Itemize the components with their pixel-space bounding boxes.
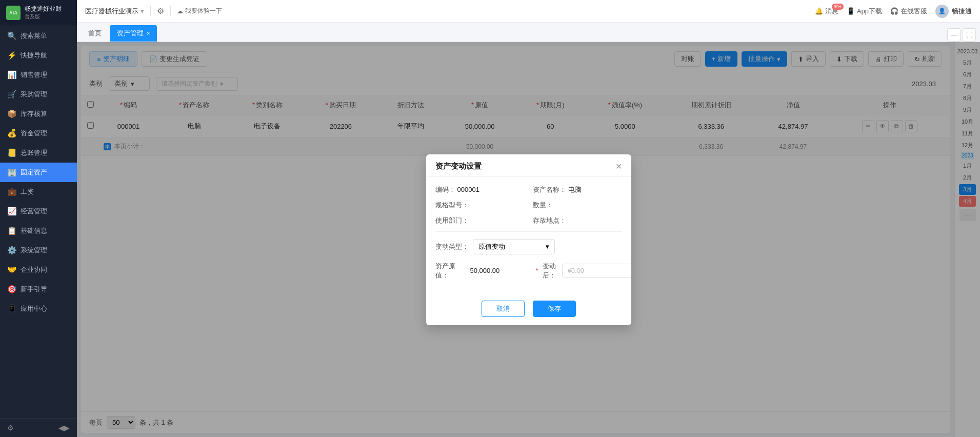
sidebar-item-label: 采购管理 <box>21 90 47 99</box>
original-value-display: 50,000.00 <box>470 267 532 274</box>
collapse-icon[interactable]: ◀▶ <box>58 424 70 432</box>
sidebar-item-label: 企业协同 <box>21 265 47 274</box>
cart-icon: 🛒 <box>7 90 16 99</box>
sidebar-item-label: 系统管理 <box>21 246 47 255</box>
sidebar-item-label: 新手引导 <box>21 285 47 294</box>
divider <box>150 6 151 16</box>
sidebar-item-label: 快捷导航 <box>21 51 47 60</box>
topbar-right: 🔔 消息 99+ 📱 App下载 🎧 在线客服 👤 畅捷通 <box>815 5 972 18</box>
sidebar-item-finance[interactable]: 💰 资金管理 <box>0 124 77 143</box>
sidebar-item-collab[interactable]: 🤝 企业协同 <box>0 260 77 280</box>
sidebar-item-system[interactable]: ⚙️ 系统管理 <box>0 241 77 260</box>
sidebar-item-label: 基础信息 <box>21 226 47 235</box>
dialog-spec-field: 规格型号： <box>435 201 525 210</box>
sidebar-item-fixed-assets[interactable]: 🏢 固定资产 <box>0 163 77 182</box>
settings-btn[interactable]: ⚙ <box>157 6 164 16</box>
dialog-code-value: 000001 <box>457 186 479 193</box>
settings-icon[interactable]: ⚙ <box>7 424 14 432</box>
sidebar-item-label: 库存核算 <box>21 109 47 118</box>
tab-asset-mgmt[interactable]: 资产管理 × <box>110 25 157 42</box>
sidebar-item-label: 搜索菜单 <box>21 31 47 41</box>
logo-icon: AtA <box>6 6 21 20</box>
sidebar-item-ops[interactable]: 📈 经营管理 <box>0 202 77 221</box>
app-edition: 普及版 <box>25 13 62 21</box>
notifications-btn[interactable]: 🔔 消息 99+ <box>815 7 838 16</box>
content-area: ≡ 资产明细 📄 变更生成凭证 对账 + 新增 批量操作 ▾ <box>77 42 980 437</box>
sidebar-item-ledger[interactable]: 📒 总账管理 <box>0 143 77 163</box>
change-type-select[interactable]: 原值变动 ▾ <box>473 239 555 254</box>
save-button[interactable]: 保存 <box>533 301 576 317</box>
dialog-row-2: 规格型号： 数量： <box>435 201 622 210</box>
lightning-icon: ⚡ <box>7 51 16 60</box>
window-minimize-btn[interactable]: — <box>947 28 961 42</box>
sidebar-item-inventory[interactable]: 📦 库存核算 <box>0 104 77 124</box>
dialog-original-value-row: 资产原值： 50,000.00 * 变动后： <box>435 262 622 280</box>
app-name: 畅捷通好业财 <box>25 5 62 13</box>
divider2 <box>170 6 171 16</box>
dialog-change-type-row: 变动类型： 原值变动 ▾ <box>435 239 622 254</box>
sidebar-item-basic[interactable]: 📋 基础信息 <box>0 221 77 241</box>
avatar: 👤 <box>935 5 949 18</box>
change-after-input[interactable] <box>562 264 631 277</box>
sidebar-item-label: 工资 <box>21 187 34 196</box>
dialog-asset-name-field: 资产名称： 电脑 <box>533 185 622 194</box>
sidebar-item-guide[interactable]: 🎯 新手引导 <box>0 280 77 299</box>
username: 畅捷通 <box>952 7 972 16</box>
app-download-btn[interactable]: 📱 App下载 <box>847 7 882 16</box>
tab-close-btn[interactable]: × <box>147 30 150 36</box>
company-name[interactable]: 医疗器械行业演示 ▾ <box>85 7 144 16</box>
bell-icon: 🔔 <box>815 7 823 15</box>
dialog-divider <box>435 231 622 232</box>
dropdown-icon: ▾ <box>141 7 144 15</box>
main-area: 医疗器械行业演示 ▾ ⚙ ☁ 我要体验一下 🔔 消息 99+ 📱 App下载 🎧… <box>77 0 980 437</box>
user-menu[interactable]: 👤 畅捷通 <box>935 5 972 18</box>
chevron-down-icon: ▾ <box>546 243 549 250</box>
asset-change-dialog: 资产变动设置 ✕ 编码： 000001 资产名称： 电脑 <box>426 154 631 325</box>
briefcase-icon: 💼 <box>7 187 16 196</box>
window-restore-btn[interactable]: ⛶ <box>963 28 976 42</box>
sidebar-item-label: 资金管理 <box>21 129 47 138</box>
dialog-row-3: 使用部门： 存放地点： <box>435 216 622 225</box>
cancel-button[interactable]: 取消 <box>482 301 525 317</box>
sidebar-item-purchase[interactable]: 🛒 采购管理 <box>0 85 77 104</box>
dialog-title: 资产变动设置 <box>435 162 482 171</box>
sidebar-item-app[interactable]: 📱 应用中心 <box>0 299 77 319</box>
trending-icon: 📈 <box>7 207 16 216</box>
search-icon: 🔍 <box>7 31 16 41</box>
sidebar-item-label: 经营管理 <box>21 207 47 216</box>
target-icon: 🎯 <box>7 285 16 294</box>
sidebar-item-payroll[interactable]: 💼 工资 <box>0 182 77 202</box>
sidebar-item-label: 总账管理 <box>21 148 47 157</box>
dialog-row-1: 编码： 000001 资产名称： 电脑 <box>435 185 622 194</box>
sidebar-footer: ⚙ ◀▶ <box>0 418 77 437</box>
notif-badge: 99+ <box>832 4 844 10</box>
sidebar-item-search[interactable]: 🔍 搜索菜单 <box>0 26 77 46</box>
phone-icon: 📱 <box>847 7 855 15</box>
clipboard-icon: 📋 <box>7 226 16 235</box>
dialog-dept-field: 使用部门： <box>435 216 525 225</box>
dialog-asset-name-value: 电脑 <box>568 185 582 194</box>
sidebar: AtA 畅捷通好业财 普及版 🔍 搜索菜单 ⚡ 快捷导航 📊 销售管理 🛒 采购… <box>0 0 77 437</box>
tabbar: 首页 资产管理 × — ⛶ <box>77 23 980 42</box>
sidebar-item-sales[interactable]: 📊 销售管理 <box>0 65 77 85</box>
gear-icon: ⚙️ <box>7 246 16 255</box>
dialog-close-btn[interactable]: ✕ <box>615 162 622 171</box>
sidebar-item-label: 固定资产 <box>21 168 47 177</box>
dialog-location-field: 存放地点： <box>533 216 622 225</box>
change-type-label: 变动类型： <box>435 242 469 251</box>
cloud-icon: ☁ <box>177 8 183 15</box>
online-service-btn[interactable]: 🎧 在线客服 <box>890 7 927 16</box>
experience-btn[interactable]: ☁ 我要体验一下 <box>177 7 222 15</box>
sidebar-item-label: 销售管理 <box>21 70 47 80</box>
sidebar-nav: 🔍 搜索菜单 ⚡ 快捷导航 📊 销售管理 🛒 采购管理 📦 库存核算 💰 资金管… <box>0 26 77 418</box>
tab-controls: — ⛶ <box>943 28 980 42</box>
sidebar-item-quicknav[interactable]: ⚡ 快捷导航 <box>0 46 77 65</box>
topbar: 医疗器械行业演示 ▾ ⚙ ☁ 我要体验一下 🔔 消息 99+ 📱 App下载 🎧… <box>77 0 980 23</box>
book-icon: 📒 <box>7 148 16 157</box>
change-after-label: 变动后： <box>543 262 556 280</box>
dialog-header: 资产变动设置 ✕ <box>426 154 631 177</box>
building-icon: 🏢 <box>7 168 16 177</box>
tab-home[interactable]: 首页 <box>81 25 109 42</box>
dialog-code-field: 编码： 000001 <box>435 185 525 194</box>
handshake-icon: 🤝 <box>7 265 16 274</box>
